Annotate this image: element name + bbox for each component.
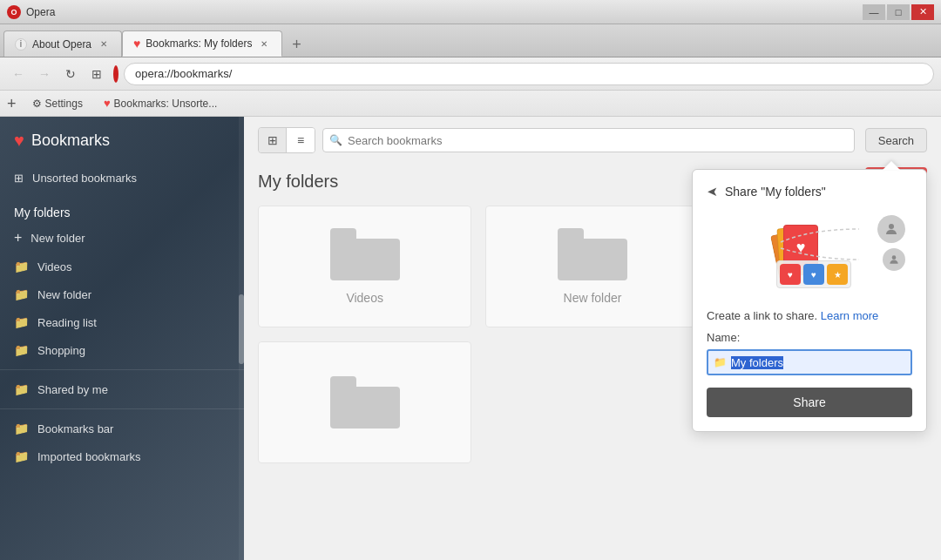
bookmarks-favicon: ♥ <box>133 37 140 51</box>
sidebar-content: ♥ Bookmarks ⊞ Unsorted bookmarks My fold… <box>0 131 244 470</box>
bookmarks-toolbar: + ⚙ Settings ♥ Bookmarks: Unsorte... <box>0 91 941 117</box>
title-bar: O Opera — □ ✕ <box>0 0 941 24</box>
mini-btn-heart-blue: ♥ <box>803 264 824 285</box>
person-icon-1 <box>877 215 905 243</box>
nav-bar: ← → ↻ ⊞ <box>0 57 941 91</box>
sidebar-item-imported-bookmarks[interactable]: 📁 Imported bookmarks <box>0 442 244 470</box>
videos-folder-icon: 📁 <box>14 260 29 273</box>
tab-about-label: About Opera <box>32 38 91 51</box>
forward-button[interactable]: → <box>33 63 56 85</box>
sidebar-item-new-folder-add[interactable]: + New folder <box>0 223 244 253</box>
refresh-button[interactable]: ↻ <box>59 63 82 85</box>
tab-bookmarks-label: Bookmarks: My folders <box>146 37 252 50</box>
folder-icon-videos <box>330 228 400 280</box>
title-bar-left: O Opera <box>7 5 55 19</box>
search-input[interactable] <box>322 128 855 152</box>
bookmarks-unsorted-toolbar-btn[interactable]: ♥ Bookmarks: Unsorte... <box>97 94 224 113</box>
share-arrow-icon: ➤ <box>707 184 718 199</box>
title-bar-title: Opera <box>26 6 55 18</box>
search-button[interactable]: Search <box>865 128 927 152</box>
sidebar: ♥ Bookmarks ⊞ Unsorted bookmarks My fold… <box>0 117 244 560</box>
share-name-input[interactable] <box>707 349 912 375</box>
search-icon: 🔍 <box>329 134 342 146</box>
share-popup-title: Share "My folders" <box>725 185 826 199</box>
svg-point-0 <box>889 224 894 229</box>
person-icon-2 <box>883 248 905 271</box>
sidebar-item-unsorted[interactable]: ⊞ Unsorted bookmarks <box>0 165 244 192</box>
sidebar-item-videos[interactable]: 📁 Videos <box>0 253 244 280</box>
new-tab-button[interactable]: + <box>284 32 308 57</box>
minimize-button[interactable]: — <box>863 4 885 20</box>
share-name-folder-icon: 📁 <box>714 356 727 368</box>
sidebar-item-unsorted-label: Unsorted bookmarks <box>32 172 137 185</box>
folder-card-videos[interactable]: Videos <box>258 206 471 327</box>
heart-toolbar-icon: ♥ <box>104 97 111 110</box>
tab-bookmarks[interactable]: ♥ Bookmarks: My folders ✕ <box>122 30 282 57</box>
unsorted-grid-icon: ⊞ <box>14 172 24 185</box>
sidebar-shopping-label: Shopping <box>37 344 85 357</box>
sidebar-divider-2 <box>0 408 244 409</box>
learn-more-link[interactable]: Learn more <box>821 309 878 322</box>
share-popup: ➤ Share "My folders" ♥ ♥ ♥ ★ <box>692 169 927 432</box>
share-illustration: ♥ ♥ ♥ ★ <box>707 212 912 299</box>
mini-btn-heart: ♥ <box>780 264 801 285</box>
folder-card-empty2[interactable] <box>258 341 471 463</box>
folder-card-new-folder-label: New folder <box>564 291 622 305</box>
shared-by-me-icon: 📁 <box>14 382 29 396</box>
add-bookmark-icon[interactable]: + <box>7 96 17 111</box>
about-favicon: i <box>15 38 27 51</box>
sidebar-scrollbar-track[interactable] <box>239 117 244 560</box>
sidebar-reading-list-label: Reading list <box>37 316 97 329</box>
tab-bar: i About Opera ✕ ♥ Bookmarks: My folders … <box>0 24 941 57</box>
grid-view-button[interactable]: ⊞ <box>85 63 108 85</box>
new-folder-icon: 📁 <box>14 287 29 301</box>
imported-bookmarks-icon: 📁 <box>14 449 29 463</box>
back-button[interactable]: ← <box>7 63 30 85</box>
people-icons <box>877 215 905 271</box>
shopping-icon: 📁 <box>14 343 29 357</box>
reading-list-icon: 📁 <box>14 315 29 329</box>
address-bar[interactable] <box>124 63 934 85</box>
maximize-button[interactable]: □ <box>887 4 910 20</box>
title-bar-controls: — □ ✕ <box>863 4 934 20</box>
settings-label: Settings <box>45 98 83 110</box>
sidebar-item-reading-list[interactable]: 📁 Reading list <box>0 308 244 336</box>
tab-about-opera[interactable]: i About Opera ✕ <box>3 30 122 57</box>
tab-about-close[interactable]: ✕ <box>97 37 111 51</box>
folder-back-empty2 <box>330 387 400 428</box>
sidebar-new-folder-add-label: New folder <box>30 232 85 245</box>
sidebar-imported-bookmarks-label: Imported bookmarks <box>37 450 141 463</box>
share-description-text: Create a link to share. Learn more <box>707 309 912 322</box>
folder-icon-empty2 <box>330 376 400 428</box>
main-area: ♥ Bookmarks ⊞ Unsorted bookmarks My fold… <box>0 117 941 560</box>
content-toolbar: ⊞ ≡ 🔍 Search <box>244 117 941 164</box>
close-button[interactable]: ✕ <box>911 4 934 20</box>
share-popup-arrow <box>883 161 900 170</box>
sidebar-bookmarks-bar-label: Bookmarks bar <box>37 422 113 435</box>
tab-bookmarks-close[interactable]: ✕ <box>257 37 271 51</box>
sidebar-item-bookmarks-bar[interactable]: 📁 Bookmarks bar <box>0 415 244 442</box>
mini-toolbar-mockup: ♥ ♥ ★ <box>776 260 851 288</box>
share-popup-share-button[interactable]: Share <box>707 388 912 417</box>
sidebar-item-shared-by-me[interactable]: 📁 Shared by me <box>0 375 244 403</box>
sidebar-scrollbar-thumb[interactable] <box>239 294 244 364</box>
view-toggle: ⊞ ≡ <box>258 127 315 153</box>
bcard-heart: ♥ <box>796 239 806 257</box>
folder-card-new-folder[interactable]: New folder <box>485 206 699 327</box>
list-view-btn[interactable]: ≡ <box>287 128 315 152</box>
page-title: My folders <box>258 172 338 192</box>
svg-point-1 <box>892 255 897 260</box>
content-area: ⊞ ≡ 🔍 Search My folders Share <box>244 117 941 560</box>
opera-nav-icon <box>113 65 118 83</box>
opera-logo: O <box>7 5 21 19</box>
share-popup-header: ➤ Share "My folders" <box>707 184 912 199</box>
grid-view-btn[interactable]: ⊞ <box>259 128 287 152</box>
settings-toolbar-btn[interactable]: ⚙ Settings <box>25 94 90 113</box>
sidebar-item-shopping[interactable]: 📁 Shopping <box>0 336 244 364</box>
sidebar-item-new-folder[interactable]: 📁 New folder <box>0 280 244 308</box>
sidebar-shared-by-me-label: Shared by me <box>37 383 108 396</box>
bookmarks-unsorted-label: Bookmarks: Unsorte... <box>114 98 218 110</box>
folder-back-videos <box>330 239 400 280</box>
mini-btn-star: ★ <box>827 264 848 285</box>
folder-icon-new-folder <box>558 228 627 280</box>
